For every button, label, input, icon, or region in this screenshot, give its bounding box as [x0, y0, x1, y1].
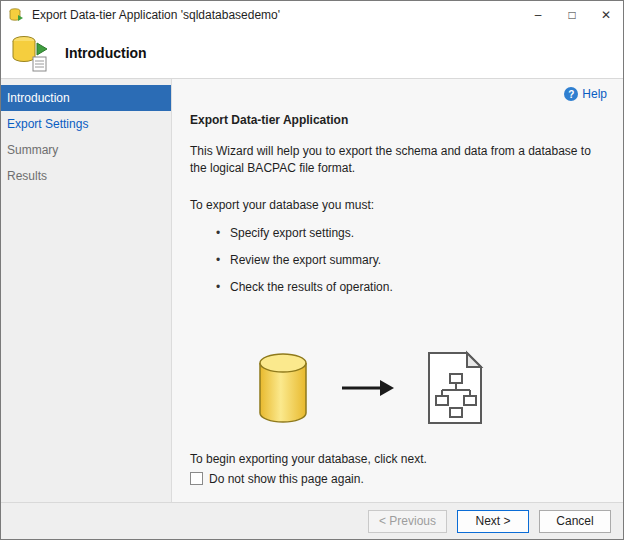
sidebar-item-results[interactable]: Results — [1, 163, 171, 189]
maximize-button[interactable]: □ — [555, 1, 589, 28]
dont-show-again-label: Do not show this page again. — [209, 472, 364, 486]
sidebar-item-introduction[interactable]: Introduction — [1, 85, 171, 111]
list-item: Specify export settings. — [216, 226, 605, 240]
minimize-button[interactable]: – — [521, 1, 555, 28]
content-heading: Export Data-tier Application — [190, 113, 605, 127]
help-icon: ? — [564, 87, 578, 101]
arrow-right-icon — [340, 378, 396, 398]
bacpac-file-icon — [426, 350, 484, 426]
list-item: Review the export summary. — [216, 253, 605, 267]
previous-button[interactable]: < Previous — [368, 510, 447, 533]
database-export-icon — [11, 33, 51, 73]
begin-text: To begin exporting your database, click … — [190, 452, 605, 466]
wizard-steps-sidebar: Introduction Export Settings Summary Res… — [1, 79, 171, 502]
help-link[interactable]: ? Help — [564, 87, 607, 101]
window-title: Export Data-tier Application 'sqldatabas… — [32, 8, 521, 22]
next-button[interactable]: Next > — [457, 510, 529, 533]
export-illustration — [256, 350, 605, 426]
sidebar-item-summary[interactable]: Summary — [1, 137, 171, 163]
list-item: Check the results of operation. — [216, 280, 605, 294]
app-icon — [9, 8, 25, 22]
cancel-button[interactable]: Cancel — [539, 510, 611, 533]
close-button[interactable]: ✕ — [589, 1, 623, 28]
export-wizard-window: Export Data-tier Application 'sqldatabas… — [0, 0, 624, 540]
dont-show-again-checkbox[interactable] — [190, 472, 203, 485]
wizard-content: ? Help Export Data-tier Application This… — [171, 79, 623, 502]
wizard-footer: < Previous Next > Cancel — [1, 502, 623, 539]
title-bar: Export Data-tier Application 'sqldatabas… — [1, 1, 623, 28]
wizard-body: Introduction Export Settings Summary Res… — [1, 78, 623, 502]
requirements-label: To export your database you must: — [190, 198, 605, 212]
page-title: Introduction — [65, 45, 147, 61]
database-cylinder-icon — [256, 351, 310, 425]
help-label: Help — [582, 87, 607, 101]
intro-paragraph: This Wizard will help you to export the … — [190, 143, 605, 178]
sidebar-item-export-settings[interactable]: Export Settings — [1, 111, 171, 137]
wizard-header: Introduction — [1, 28, 623, 78]
window-controls: – □ ✕ — [521, 1, 623, 28]
requirements-list: Specify export settings. Review the expo… — [216, 226, 605, 294]
dont-show-again-row: Do not show this page again. — [190, 472, 605, 486]
